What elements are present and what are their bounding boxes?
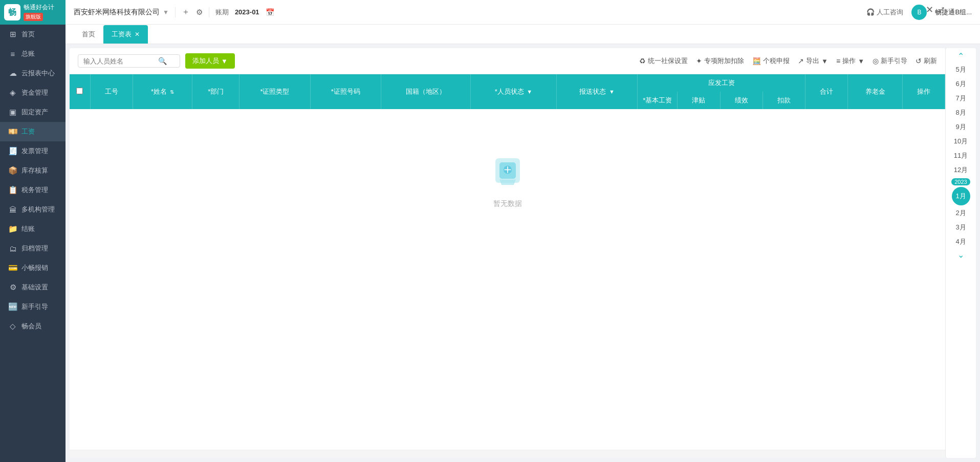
- multi-icon: 🏛: [8, 205, 17, 214]
- month-up-button[interactable]: ⌃: [955, 50, 966, 62]
- sidebar-item-label: 结账: [21, 224, 35, 234]
- user-avatar: B: [911, 5, 927, 20]
- dropdown-icon: ▼: [221, 57, 228, 65]
- funds-icon: ◈: [8, 88, 17, 97]
- topbar: 西安虾米网络科技有限公司 ▼ ＋ ⚙ 账期 2023-01 📅 🎧 人工咨询 B…: [66, 0, 980, 25]
- sidebar-item-inventory[interactable]: 📦 库存核算: [0, 161, 66, 180]
- tax-report-button[interactable]: 🧮 个税申报: [752, 56, 790, 66]
- refresh-button[interactable]: ↺ 刷新: [916, 56, 937, 66]
- month-12[interactable]: 12月: [946, 163, 976, 177]
- tab-home[interactable]: 首页: [74, 25, 103, 44]
- operate-button[interactable]: ≡ 操作 ▼: [836, 56, 864, 66]
- add-person-button[interactable]: 添加人员 ▼: [185, 53, 235, 69]
- sidebar-item-cloud[interactable]: ☁ 云报表中心: [0, 64, 66, 83]
- th-dept: *部门: [192, 74, 239, 109]
- tab-home-label: 首页: [82, 30, 95, 39]
- toolbar-actions: ♻ 统一社保设置 ✦ 专项附加扣除 🧮 个税申报 ↗ 导出 ▼: [639, 56, 937, 66]
- filter-icon2[interactable]: ▼: [609, 89, 615, 95]
- sidebar-item-funds[interactable]: ◈ 资金管理: [0, 83, 66, 102]
- month-1[interactable]: 1月: [952, 187, 970, 205]
- sidebar-item-home[interactable]: ⊞ 首页: [0, 25, 66, 44]
- new-guide-label: 新手引导: [881, 56, 907, 66]
- sidebar-item-settings[interactable]: ⚙ 基础设置: [0, 278, 66, 297]
- export-label: 导出: [806, 56, 819, 66]
- tab-salary[interactable]: 工资表 ✕: [103, 25, 148, 44]
- tax-report-icon: 🧮: [752, 57, 761, 65]
- inventory-icon: 📦: [8, 166, 17, 175]
- export-dropdown-icon: ▼: [821, 57, 828, 65]
- sidebar-item-assets[interactable]: ▣ 固定资产: [0, 102, 66, 122]
- empty-text: 暂无数据: [493, 199, 522, 208]
- period-label: 账期: [215, 8, 229, 17]
- support-button[interactable]: 🎧 人工咨询: [866, 8, 903, 17]
- search-input[interactable]: [83, 57, 155, 65]
- sidebar-item-salary[interactable]: 💴 工资: [0, 122, 66, 141]
- special-deduction-button[interactable]: ✦ 专项附加扣除: [696, 56, 744, 66]
- sidebar-item-closing[interactable]: 📁 结账: [0, 219, 66, 239]
- calendar-icon[interactable]: 📅: [266, 8, 274, 16]
- th-report-status: 报送状态 ▼: [556, 74, 638, 109]
- add-company-button[interactable]: ＋: [182, 7, 190, 17]
- special-label: 专项附加扣除: [704, 56, 744, 66]
- logo-title: 畅通好会计: [24, 4, 54, 12]
- month-9[interactable]: 9月: [946, 120, 976, 134]
- ledger-icon: ≡: [8, 50, 17, 58]
- select-all-checkbox[interactable]: [76, 88, 83, 94]
- month-down-button[interactable]: ⌄: [955, 249, 966, 261]
- new-guide-button[interactable]: ◎ 新手引导: [873, 56, 907, 66]
- month-8[interactable]: 8月: [946, 106, 976, 120]
- window-controls: ✕ ⤢: [926, 4, 945, 15]
- company-selector[interactable]: 西安虾米网络科技有限公司 ▼: [74, 8, 169, 17]
- month-3[interactable]: 3月: [946, 220, 976, 235]
- month-5[interactable]: 5月: [946, 62, 976, 77]
- sidebar-item-label: 小畅报销: [21, 263, 48, 272]
- export-button[interactable]: ↗ 导出 ▼: [798, 56, 828, 66]
- sidebar-item-multi[interactable]: 🏛 多机构管理: [0, 200, 66, 219]
- sidebar-item-label: 畅会员: [21, 322, 41, 331]
- sidebar-item-label: 新手引导: [21, 302, 48, 311]
- empty-icon: [487, 150, 528, 191]
- sidebar-item-expense[interactable]: 💳 小畅报销: [0, 258, 66, 278]
- month-panel: ⌃ 5月 6月 7月 8月 9月 10月 11月 12月: [945, 48, 976, 458]
- sidebar-item-label: 总账: [21, 49, 35, 58]
- sidebar-item-tax[interactable]: 📋 税务管理: [0, 180, 66, 200]
- sidebar-item-label: 资金管理: [21, 88, 48, 97]
- expand-panel-button[interactable]: ⤢: [938, 4, 945, 15]
- th-operation: 操作: [902, 74, 945, 109]
- sidebar-item-invoice[interactable]: 🧾 发票管理: [0, 141, 66, 161]
- search-icon: 🔍: [158, 57, 167, 65]
- expense-icon: 💳: [8, 263, 17, 272]
- sidebar-item-label: 固定资产: [21, 108, 48, 117]
- headset-icon: 🎧: [866, 8, 875, 16]
- th-idtype: *证照类型: [239, 74, 310, 109]
- chevron-down-icon: ▼: [163, 9, 169, 16]
- settings-button[interactable]: ⚙: [196, 8, 203, 17]
- operate-dropdown-icon: ▼: [858, 57, 864, 65]
- th-status: *人员状态 ▼: [471, 74, 557, 109]
- sidebar-item-label: 云报表中心: [21, 69, 55, 78]
- settings-icon: ⚙: [8, 283, 17, 292]
- sidebar-item-ledger[interactable]: ≡ 总账: [0, 44, 66, 64]
- social-label: 统一社保设置: [648, 56, 688, 66]
- divider: [175, 7, 176, 17]
- operate-icon: ≡: [836, 57, 840, 65]
- sidebar-item-label: 税务管理: [21, 185, 48, 195]
- tab-bar: 首页 工资表 ✕: [66, 25, 980, 44]
- month-6[interactable]: 6月: [946, 77, 976, 91]
- month-4[interactable]: 4月: [946, 235, 976, 249]
- month-11[interactable]: 11月: [946, 149, 976, 163]
- month-10[interactable]: 10月: [946, 134, 976, 149]
- close-panel-button[interactable]: ✕: [926, 4, 933, 15]
- filter-icon[interactable]: ▼: [527, 89, 532, 95]
- sidebar-item-archive[interactable]: 🗂 归档管理: [0, 239, 66, 258]
- th-pension: 养老金: [848, 74, 902, 109]
- sidebar-item-guide[interactable]: 🆕 新手引导: [0, 297, 66, 317]
- sidebar-item-label: 库存核算: [21, 166, 48, 175]
- month-7[interactable]: 7月: [946, 91, 976, 106]
- scroll-area[interactable]: [70, 450, 945, 458]
- social-settings-button[interactable]: ♻ 统一社保设置: [639, 56, 688, 66]
- close-icon[interactable]: ✕: [135, 31, 140, 38]
- sidebar-item-member[interactable]: ◇ 畅会员: [0, 317, 66, 336]
- month-2[interactable]: 2月: [946, 206, 976, 220]
- sidebar-item-label: 首页: [21, 30, 35, 39]
